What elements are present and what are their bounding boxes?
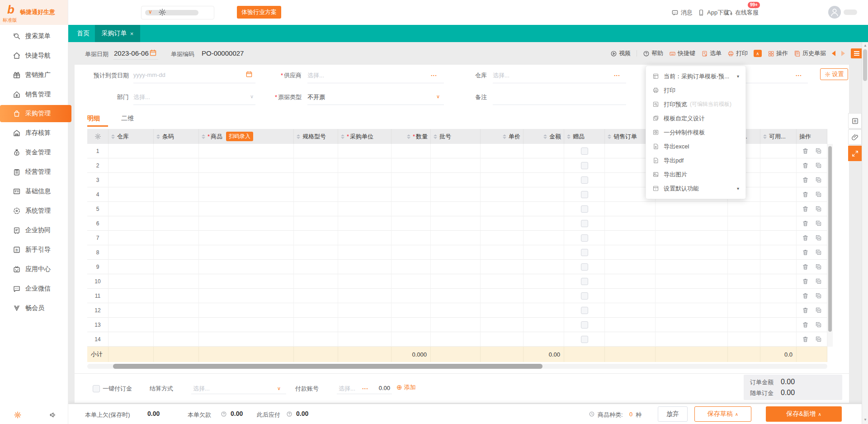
copy-row-icon[interactable]: [815, 148, 822, 154]
list-view-toggle[interactable]: [851, 48, 863, 58]
calendar-icon[interactable]: [245, 71, 253, 78]
delete-row-icon[interactable]: [802, 205, 809, 212]
draft-side-button[interactable]: 草: [848, 113, 862, 129]
delete-row-icon[interactable]: [802, 249, 809, 256]
column-header-数量[interactable]: *数量: [392, 129, 431, 144]
sidebar-item-2[interactable]: 营销推广: [0, 65, 68, 85]
sort-icon[interactable]: [297, 134, 300, 139]
gift-checkbox[interactable]: [581, 162, 588, 169]
attachment-side-button[interactable]: [848, 129, 862, 145]
delete-row-icon[interactable]: [802, 336, 809, 343]
next-doc-icon[interactable]: [841, 51, 845, 56]
delete-row-icon[interactable]: [802, 220, 809, 227]
save-draft-button[interactable]: 保存草稿∧: [694, 406, 751, 422]
print-menu-item-6[interactable]: 导出pdf: [646, 153, 745, 167]
print-menu-item-0[interactable]: 当前：采购订单模板-预...▾: [646, 69, 745, 83]
gift-checkbox[interactable]: [581, 292, 588, 300]
column-header-仓库[interactable]: 仓库: [108, 129, 154, 144]
sidebar-item-9[interactable]: 系统管理: [0, 201, 68, 220]
question-icon[interactable]: [221, 411, 227, 417]
print-menu-item-7[interactable]: 导出图片: [646, 167, 745, 181]
pay-account-picker-dots[interactable]: ...: [362, 384, 368, 391]
scroll-down-icon[interactable]: ▼: [862, 418, 868, 422]
tab-2d[interactable]: 二维: [121, 114, 134, 123]
sort-icon[interactable]: [341, 134, 344, 139]
sidebar-item-12[interactable]: 应用中心: [0, 259, 68, 279]
gift-checkbox[interactable]: [581, 307, 588, 314]
column-header-赠品[interactable]: 赠品: [564, 129, 605, 144]
copy-row-icon[interactable]: [815, 205, 822, 212]
messages-link[interactable]: 消息: [671, 9, 693, 17]
sort-icon[interactable]: [503, 134, 506, 139]
video-action[interactable]: 视频: [610, 49, 631, 57]
print-menu-item-8[interactable]: 设置默认功能▾: [646, 181, 745, 195]
hscroll-thumb[interactable]: [113, 364, 542, 369]
copy-row-icon[interactable]: [815, 191, 822, 198]
sidebar-item-11[interactable]: 新新手引导: [0, 240, 68, 259]
copy-row-icon[interactable]: [815, 321, 822, 328]
grid-vertical-scrollbar[interactable]: [827, 144, 833, 347]
sidebar-item-5[interactable]: 库存核算: [0, 123, 68, 143]
delete-row-icon[interactable]: [802, 278, 809, 285]
gift-checkbox[interactable]: [581, 148, 588, 155]
print-menu-item-3[interactable]: 模板自定义设计: [646, 111, 745, 125]
copy-row-icon[interactable]: [815, 162, 822, 169]
sidebar-item-13[interactable]: 企业微信: [0, 279, 68, 298]
delete-row-icon[interactable]: [802, 307, 809, 314]
add-payment-button[interactable]: ⊕添加: [396, 383, 416, 391]
pick-order-action[interactable]: 选单: [701, 49, 722, 57]
operations-action[interactable]: 操作: [768, 49, 788, 57]
column-header-批号[interactable]: 批号: [431, 129, 481, 144]
discard-button[interactable]: 放弃: [658, 406, 688, 422]
sidebar-item-6[interactable]: 资金管理: [0, 143, 68, 162]
question-icon[interactable]: [286, 411, 292, 417]
print-menu-item-2[interactable]: 打印预览(可编辑当前模板): [646, 97, 745, 111]
invoice-type-select[interactable]: 不开票: [307, 93, 325, 101]
delete-row-icon[interactable]: [802, 148, 809, 154]
warehouse-input[interactable]: 选择...: [493, 71, 509, 80]
chevron-down-icon[interactable]: ∨: [148, 9, 152, 15]
pay-amount-value[interactable]: 0.00: [368, 385, 390, 391]
copy-row-icon[interactable]: [815, 263, 822, 270]
close-tab-icon[interactable]: ×: [130, 30, 134, 37]
sidebar-item-7[interactable]: 经营管理: [0, 162, 68, 181]
gift-checkbox[interactable]: [581, 336, 588, 343]
sidebar-item-0[interactable]: 搜索菜单: [0, 26, 68, 46]
settings-flower-icon[interactable]: [14, 411, 22, 419]
gift-checkbox[interactable]: [581, 191, 588, 198]
experience-plan-button[interactable]: 体验行业方案: [237, 6, 281, 19]
app-download-link[interactable]: App下载: [698, 9, 729, 17]
settle-method-select[interactable]: 选择...: [193, 385, 210, 393]
sort-icon[interactable]: [434, 134, 437, 139]
column-header-条码[interactable]: 条码: [154, 129, 199, 144]
supplier-input[interactable]: 选择...: [307, 71, 324, 80]
scan-input-button[interactable]: 扫码录入: [226, 132, 253, 141]
delete-row-icon[interactable]: [802, 234, 809, 241]
column-header-金额[interactable]: 金额: [524, 129, 564, 144]
delete-row-icon[interactable]: [802, 176, 809, 183]
warehouse-picker-dots[interactable]: ...: [614, 71, 620, 77]
copy-row-icon[interactable]: [815, 249, 822, 256]
print-menu-toggle[interactable]: ∧: [754, 50, 762, 57]
sort-icon[interactable]: [156, 134, 160, 139]
copy-row-icon[interactable]: [815, 292, 822, 299]
gear-icon[interactable]: [158, 8, 166, 16]
department-select[interactable]: 选择...: [133, 93, 150, 101]
calendar-icon[interactable]: [149, 49, 157, 57]
delete-row-icon[interactable]: [802, 263, 809, 270]
delete-row-icon[interactable]: [802, 292, 809, 299]
chevron-down-icon[interactable]: ∨: [250, 94, 254, 100]
sidebar-item-8[interactable]: 基础信息: [0, 181, 68, 201]
gift-checkbox[interactable]: [581, 263, 588, 271]
sidebar-item-10[interactable]: 企业协同: [0, 220, 68, 240]
gift-checkbox[interactable]: [581, 205, 588, 213]
gift-checkbox[interactable]: [581, 278, 588, 285]
print-menu-item-4[interactable]: 一分钟制作模板: [646, 125, 745, 139]
avatar[interactable]: [828, 6, 841, 19]
scroll-up-icon[interactable]: ▲: [862, 43, 868, 48]
quick-pay-checkbox[interactable]: [93, 385, 100, 392]
gift-checkbox[interactable]: [581, 220, 588, 227]
hidden-field-picker-dots[interactable]: ...: [796, 71, 802, 77]
chevron-down-icon[interactable]: ∨: [436, 94, 440, 100]
sort-icon[interactable]: [202, 134, 205, 139]
